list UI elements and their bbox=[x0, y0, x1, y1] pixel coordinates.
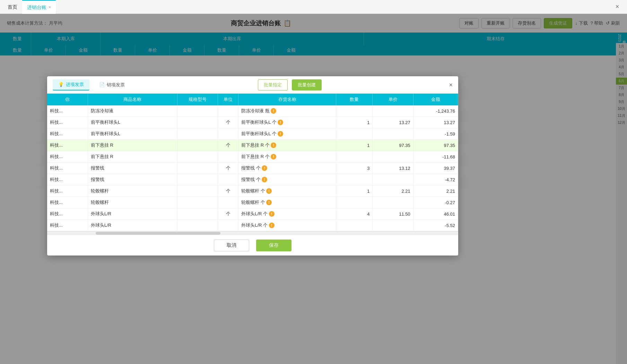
table-row[interactable]: 科技...前下悬挂 R前下悬挂 R 个 !-11.68 bbox=[47, 151, 458, 163]
cell-company: 科技... bbox=[47, 185, 88, 197]
cell-amount: 13.27 bbox=[413, 117, 458, 128]
cell-inventory-name: 报警线 个 ! bbox=[238, 174, 336, 185]
cell-inventory-name: 前下悬挂 R 个 ! bbox=[238, 151, 336, 163]
cell-qty: 1 bbox=[336, 140, 373, 151]
cell-unit bbox=[218, 197, 238, 208]
cell-unit-price bbox=[373, 220, 413, 231]
cell-product-name: 轮毂螺杆 bbox=[88, 197, 177, 208]
batch-create-button[interactable]: 批量创建 bbox=[292, 79, 322, 90]
inventory-name-text: 报警线 个 bbox=[241, 165, 261, 171]
warning-icon: ! bbox=[266, 188, 272, 194]
cell-spec bbox=[177, 197, 218, 208]
table-row[interactable]: 科技...轮毂螺杆轮毂螺杆 个 !-0.27 bbox=[47, 197, 458, 208]
table-row[interactable]: 科技...防冻冷却液防冻冷却液 瓶 !-1,243.76 bbox=[47, 105, 458, 117]
home-tab[interactable]: 首页 bbox=[3, 0, 22, 14]
cell-product-name: 外球头L/R bbox=[88, 208, 177, 220]
cell-spec bbox=[177, 174, 218, 185]
table-row[interactable]: 科技...外球头L/R外球头L/R 个 !-5.52 bbox=[47, 220, 458, 231]
cell-amount: -0.27 bbox=[413, 197, 458, 208]
cell-product-name: 轮毂螺杆 bbox=[88, 185, 177, 197]
cell-company: 科技... bbox=[47, 128, 88, 140]
th-spec: 规格型号 bbox=[177, 94, 218, 105]
cell-unit: 个 bbox=[218, 163, 238, 174]
table-row[interactable]: 科技...报警线报警线 个 !-4.72 bbox=[47, 174, 458, 185]
cell-inventory-name: 轮毂螺杆 个 ! bbox=[238, 197, 336, 208]
warning-icon: ! bbox=[269, 223, 275, 228]
tab-close-icon[interactable]: × bbox=[49, 0, 51, 14]
cell-company: 科技... bbox=[47, 174, 88, 185]
cell-unit bbox=[218, 174, 238, 185]
cell-unit-price: 97.35 bbox=[373, 140, 413, 151]
tab-sales-invoice[interactable]: 📄 销项发票 bbox=[94, 80, 130, 90]
cell-qty bbox=[336, 197, 373, 208]
warning-icon: ! bbox=[271, 108, 276, 114]
table-header-row: 你 商品名称 规格型号 单位 存货名称 数量 单价 金额 bbox=[47, 94, 458, 105]
cell-spec bbox=[177, 140, 218, 151]
cell-product-name: 前下悬挂 R bbox=[88, 151, 177, 163]
cell-unit-price bbox=[373, 174, 413, 185]
window-close-button[interactable]: × bbox=[610, 0, 624, 14]
cell-company: 科技... bbox=[47, 163, 88, 174]
table-row[interactable]: 科技...前平衡杆球头L个前平衡杆球头L 个 !113.2713.27 bbox=[47, 117, 458, 128]
save-button[interactable]: 保存 bbox=[256, 240, 291, 251]
table-row[interactable]: 科技...前平衡杆球头L前平衡杆球头L 个 !-1.59 bbox=[47, 128, 458, 140]
cell-unit-price bbox=[373, 105, 413, 117]
cell-unit bbox=[218, 220, 238, 231]
cell-unit-price: 13.27 bbox=[373, 117, 413, 128]
th-unit: 单位 bbox=[218, 94, 238, 105]
batch-assign-button[interactable]: 批量指定 bbox=[258, 79, 288, 90]
modal-close-button[interactable]: × bbox=[449, 82, 453, 88]
inventory-name-text: 轮毂螺杆 个 bbox=[241, 188, 265, 193]
top-bar: 首页 进销台账 × × bbox=[0, 0, 627, 14]
warning-icon: ! bbox=[269, 211, 275, 217]
table-row[interactable]: 科技...报警线个报警线 个 !313.1239.37 bbox=[47, 163, 458, 174]
cell-unit bbox=[218, 105, 238, 117]
warning-icon: ! bbox=[262, 165, 267, 171]
modal-header: 💡 进项发票 📄 销项发票 批量指定 批量创建 × bbox=[47, 76, 458, 94]
cell-unit bbox=[218, 151, 238, 163]
cell-unit-price bbox=[373, 128, 413, 140]
cell-spec bbox=[177, 163, 218, 174]
modal-dialog: 💡 进项发票 📄 销项发票 批量指定 批量创建 × 你 商品名称 规格型号 单位 bbox=[47, 76, 458, 255]
warning-icon: ! bbox=[278, 131, 283, 137]
cell-inventory-name: 报警线 个 ! bbox=[238, 163, 336, 174]
cell-inventory-name: 前平衡杆球头L 个 ! bbox=[238, 128, 336, 140]
purchase-tab-icon: 💡 bbox=[58, 82, 64, 87]
jinsales-tab[interactable]: 进销台账 × bbox=[22, 0, 56, 14]
cell-amount: 39.37 bbox=[413, 163, 458, 174]
cell-spec bbox=[177, 220, 218, 231]
cell-product-name: 前下悬挂 R bbox=[88, 140, 177, 151]
th-inventory-name: 存货名称 bbox=[238, 94, 336, 105]
cell-inventory-name: 前下悬挂 R 个 ! bbox=[238, 140, 336, 151]
table-row[interactable]: 科技...外球头L/R个外球头L/R 个 !411.5046.01 bbox=[47, 208, 458, 220]
modal-table: 你 商品名称 规格型号 单位 存货名称 数量 单价 金额 科技...防冻冷却液防… bbox=[47, 94, 458, 231]
warning-icon: ! bbox=[266, 200, 272, 205]
invoice-table: 你 商品名称 规格型号 单位 存货名称 数量 单价 金额 科技...防冻冷却液防… bbox=[47, 94, 458, 231]
cell-amount: -4.72 bbox=[413, 174, 458, 185]
cell-amount: 2.21 bbox=[413, 185, 458, 197]
cell-unit bbox=[218, 128, 238, 140]
cell-unit-price: 2.21 bbox=[373, 185, 413, 197]
cell-company: 科技... bbox=[47, 105, 88, 117]
table-row[interactable]: 科技...轮毂螺杆个轮毂螺杆 个 !12.212.21 bbox=[47, 185, 458, 197]
inventory-name-text: 前平衡杆球头L 个 bbox=[241, 120, 276, 125]
cell-inventory-name: 防冻冷却液 瓶 ! bbox=[238, 105, 336, 117]
inventory-name-text: 外球头L/R 个 bbox=[241, 223, 268, 228]
warning-icon: ! bbox=[262, 177, 267, 182]
modal-horizontal-scrollbar[interactable] bbox=[47, 231, 458, 235]
cell-amount: -1,243.76 bbox=[413, 105, 458, 117]
cell-spec bbox=[177, 208, 218, 220]
cell-inventory-name: 前平衡杆球头L 个 ! bbox=[238, 117, 336, 128]
cell-amount: -5.52 bbox=[413, 220, 458, 231]
cell-inventory-name: 外球头L/R 个 ! bbox=[238, 208, 336, 220]
tab-purchase-invoice[interactable]: 💡 进项发票 bbox=[53, 79, 89, 90]
cancel-button[interactable]: 取消 bbox=[214, 240, 249, 251]
cell-company: 科技... bbox=[47, 220, 88, 231]
cell-unit-price bbox=[373, 151, 413, 163]
cell-company: 科技... bbox=[47, 208, 88, 220]
table-row[interactable]: 科技...前下悬挂 R个前下悬挂 R 个 !197.3597.35 bbox=[47, 140, 458, 151]
tab-label: 进销台账 bbox=[27, 0, 46, 14]
cell-inventory-name: 轮毂螺杆 个 ! bbox=[238, 185, 336, 197]
scrollbar-thumb[interactable] bbox=[96, 232, 220, 235]
sales-tab-label: 销项发票 bbox=[107, 82, 125, 88]
